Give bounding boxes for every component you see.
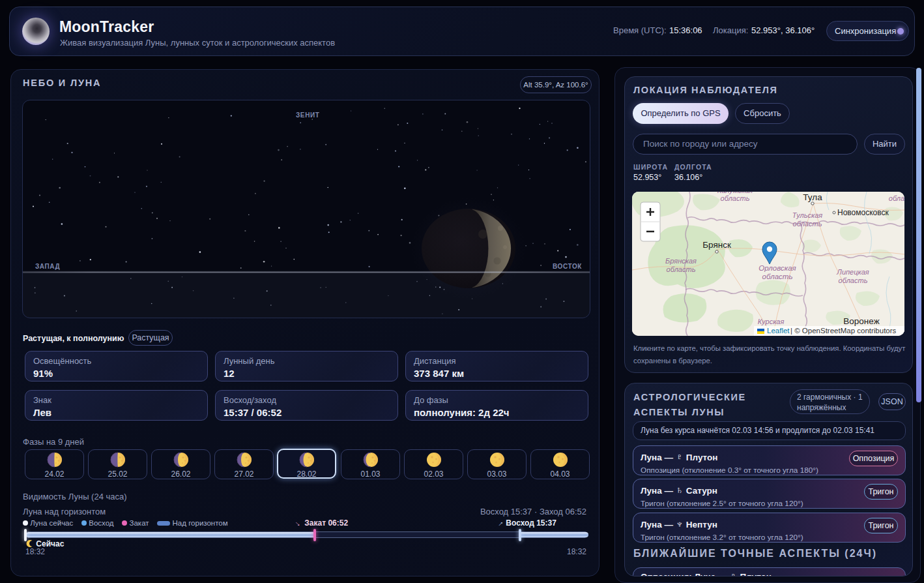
svg-text:область: область <box>793 220 822 228</box>
svg-text:Брянск: Брянск <box>702 240 731 250</box>
svg-text:Тульская: Тульская <box>792 211 823 219</box>
svg-text:Тула: Тула <box>803 192 822 202</box>
svg-text:Брянская: Брянская <box>665 257 697 265</box>
svg-text:| © OpenStreetMap contributors: | © OpenStreetMap contributors <box>790 327 897 335</box>
svg-text:Орловская: Орловская <box>758 264 796 272</box>
svg-text:обла: обла <box>889 194 904 202</box>
svg-text:область: область <box>762 273 793 280</box>
svg-text:Leaflet: Leaflet <box>767 327 790 335</box>
svg-text:Липецкая: Липецкая <box>836 268 869 276</box>
svg-text:Курская: Курская <box>758 318 785 325</box>
svg-text:Воронеж: Воронеж <box>843 316 879 326</box>
svg-text:Новомосковск: Новомосковск <box>837 208 889 217</box>
svg-text:область: область <box>839 277 868 284</box>
svg-text:область: область <box>667 265 696 273</box>
svg-text:область: область <box>721 194 750 202</box>
